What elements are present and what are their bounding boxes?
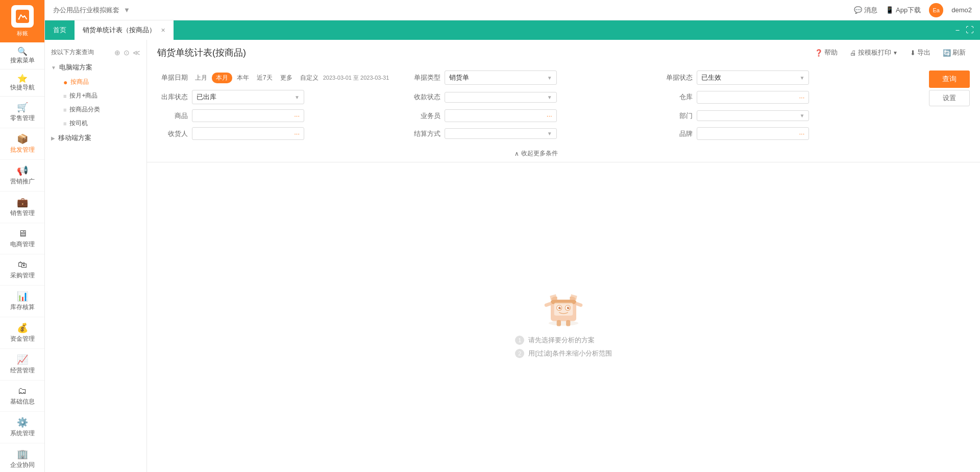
warehouse-label: 仓库 <box>662 92 697 102</box>
dept-select[interactable]: ▼ <box>697 110 809 121</box>
header-left: 办公用品行业模拟账套 ▼ <box>53 6 130 15</box>
warehouse-dots: ··· <box>799 93 804 101</box>
tree-by-product[interactable]: ● 按商品 <box>45 75 146 89</box>
corp-label: 企业协同 <box>10 461 35 469</box>
collapse-label: 收起更多条件 <box>521 149 558 158</box>
tab-minimize-icon[interactable]: － <box>953 25 962 36</box>
sidebar-search[interactable]: 🔍 搜索菜单 <box>0 42 44 69</box>
settle-cell: 结算方式 ▼ <box>410 127 663 140</box>
tab-actions: － ⛶ <box>953 25 980 36</box>
doc-type-select[interactable]: 销货单 ▼ <box>445 70 557 85</box>
tree-arrow-mobile: ▶ <box>51 135 55 141</box>
print-btn[interactable]: 🖨 按模板打印 ▼ <box>846 46 902 59</box>
sidebar-item-system[interactable]: ⚙️ 系统管理 <box>0 412 44 443</box>
date-last-month-btn[interactable]: 上月 <box>192 73 210 83</box>
query-btn-group: 查询 设置 <box>923 70 970 162</box>
doc-status-select[interactable]: 已生效 ▼ <box>697 70 809 85</box>
by-product-label: 按商品 <box>70 78 89 86</box>
settle-select[interactable]: ▼ <box>445 128 557 139</box>
sidebar-item-inventory[interactable]: 📊 库存核算 <box>0 286 44 317</box>
recv-status-label: 收款状态 <box>410 92 445 102</box>
purchase-icon: 🛍 <box>18 259 27 270</box>
doc-type-arrow: ▼ <box>547 75 552 81</box>
message-btn[interactable]: 💬 消息 <box>854 6 877 15</box>
recv-status-select[interactable]: ▼ <box>445 92 557 103</box>
by-month-product-label: 按月+商品 <box>69 91 97 100</box>
tab-sales-stat[interactable]: 销货单统计表（按商品） ✕ <box>75 20 174 40</box>
export-btn[interactable]: ⬇ 导出 <box>906 46 935 59</box>
tip-num-2: 2 <box>515 349 524 358</box>
cashier-icon: ≡ <box>63 121 66 127</box>
consignee-cell: 收货人 ··· <box>157 127 410 140</box>
add-scheme-icon[interactable]: ⊕ <box>114 49 120 57</box>
tree-by-month-product[interactable]: ≡ 按月+商品 <box>45 89 146 103</box>
consignee-input[interactable]: ··· <box>192 127 304 140</box>
tip-text-1: 请先选择要分析的方案 <box>528 336 595 345</box>
sidebar-item-marketing[interactable]: 📢 营销推广 <box>0 160 44 192</box>
user-name: demo2 <box>951 6 972 14</box>
consignee-label: 收货人 <box>157 129 192 138</box>
sidebar-item-finance[interactable]: 💰 资金管理 <box>0 317 44 349</box>
by-category-label: 按商品分类 <box>69 105 100 114</box>
tree-mobile[interactable]: ▶ 移动端方案 <box>45 130 146 146</box>
tab-home-label: 首页 <box>53 26 66 35</box>
product-input[interactable]: ··· <box>192 109 304 122</box>
brand-input[interactable]: ··· <box>697 127 809 140</box>
sidebar-item-operation[interactable]: 📈 经营管理 <box>0 349 44 381</box>
warehouse-cell: 仓库 ··· <box>662 90 915 104</box>
tree-by-cashier[interactable]: ≡ 按司机 <box>45 116 146 130</box>
date-this-year-btn[interactable]: 本年 <box>234 73 252 83</box>
inventory-icon: 📊 <box>17 291 28 302</box>
settings-btn[interactable]: 设置 <box>929 90 970 106</box>
search-label: 搜索菜单 <box>10 56 35 65</box>
collapse-panel-icon[interactable]: ≪ <box>133 49 140 57</box>
sidebar-quick-nav[interactable]: ⭐ 快捷导航 <box>0 69 44 97</box>
tab-maximize-icon[interactable]: ⛶ <box>966 26 974 35</box>
tab-close-icon[interactable]: ✕ <box>161 27 165 34</box>
doc-type-label: 单据类型 <box>410 73 445 82</box>
salesman-input[interactable]: ··· <box>445 109 557 122</box>
date-this-month-btn[interactable]: 本月 <box>212 73 232 83</box>
out-status-select[interactable]: 已出库 ▼ <box>192 90 304 104</box>
ecommerce-icon: 🖥 <box>18 228 27 239</box>
settings-scheme-icon[interactable]: ⊙ <box>124 49 130 57</box>
sidebar-item-sales[interactable]: 💼 销售管理 <box>0 192 44 223</box>
doc-status-arrow: ▼ <box>799 75 804 81</box>
avatar[interactable]: Ea <box>929 3 943 17</box>
top-header: 办公用品行业模拟账套 ▼ 💬 消息 📱 App下载 Ea demo2 <box>45 0 980 20</box>
logo-area[interactable]: 标账 <box>0 0 44 42</box>
collapse-bar[interactable]: ∧ 收起更多条件 <box>157 145 915 162</box>
warehouse-input[interactable]: ··· <box>697 91 809 104</box>
tree-by-category[interactable]: ≡ 按商品分类 <box>45 103 146 116</box>
download-icon: 📱 <box>886 6 894 14</box>
purchase-label: 采购管理 <box>10 271 35 280</box>
app-download-btn[interactable]: 📱 App下载 <box>886 6 921 15</box>
doc-type-cell: 单据类型 销货单 ▼ <box>410 70 663 85</box>
quick-label: 快捷导航 <box>10 83 35 92</box>
basic-icon: 🗂 <box>18 386 27 396</box>
refresh-btn[interactable]: 🔄 刷新 <box>939 46 970 59</box>
date-more-btn[interactable]: 更多 <box>277 73 296 83</box>
date-7days-btn[interactable]: 近7天 <box>254 73 276 83</box>
product-dots: ··· <box>294 112 300 120</box>
product-label: 商品 <box>157 111 192 121</box>
query-btn[interactable]: 查询 <box>929 70 970 88</box>
tree-desktop[interactable]: ▼ 电脑端方案 <box>45 60 146 75</box>
tab-home[interactable]: 首页 <box>45 20 75 40</box>
help-btn[interactable]: ❓ 帮助 <box>811 46 842 59</box>
marketing-label: 营销推广 <box>10 177 35 186</box>
scheme-label: 按以下方案查询 <box>51 48 94 57</box>
retail-icon: 🛒 <box>17 102 28 113</box>
sidebar-item-basic[interactable]: 🗂 基础信息 <box>0 381 44 412</box>
sidebar-item-retail[interactable]: 🛒 零售管理 <box>0 97 44 128</box>
sidebar-item-corp[interactable]: 🏢 企业协同 <box>0 443 44 472</box>
sidebar-item-wholesale[interactable]: 📦 批发管理 <box>0 128 44 160</box>
refresh-label: 刷新 <box>952 48 966 57</box>
dropdown-icon[interactable]: ▼ <box>124 6 130 14</box>
industry-label: 办公用品行业模拟账套 <box>53 6 119 15</box>
date-custom-btn[interactable]: 自定义 <box>297 73 322 83</box>
sidebar-item-ecommerce[interactable]: 🖥 电商管理 <box>0 223 44 254</box>
consignee-dots: ··· <box>294 130 300 137</box>
sidebar-item-purchase[interactable]: 🛍 采购管理 <box>0 254 44 286</box>
date-range-display: 2023-03-01 至 2023-03-31 <box>323 74 389 82</box>
